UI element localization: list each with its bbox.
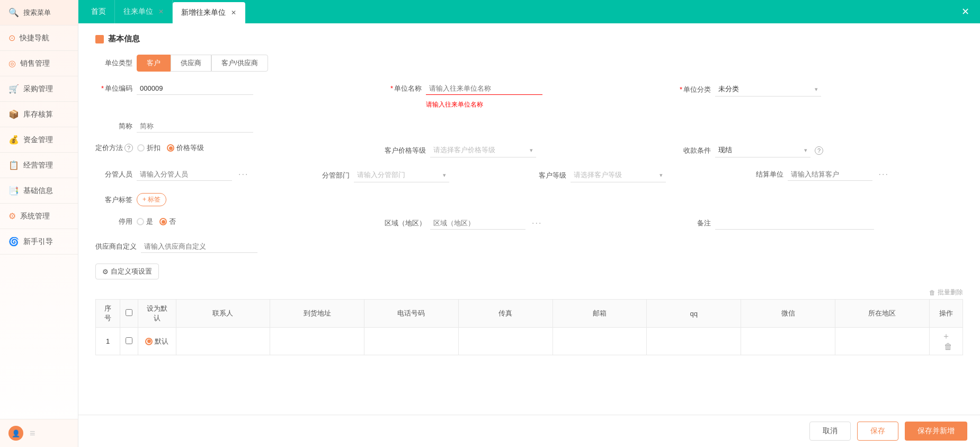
department-select[interactable]: 请输入分管部门 ▾ — [354, 168, 449, 182]
address-input[interactable] — [275, 337, 359, 345]
th-address: 到货地址 — [270, 300, 364, 328]
contact-input[interactable] — [182, 337, 265, 345]
settlement-more-icon[interactable]: ··· — [877, 170, 891, 179]
th-region: 所在地区 — [835, 300, 929, 328]
region-cell-input[interactable] — [841, 337, 924, 345]
row-checkbox[interactable] — [126, 337, 132, 344]
th-phone: 电话号码 — [364, 300, 459, 328]
supplier-custom-field: 供应商自定义 — [95, 240, 963, 253]
sidebar-item-search[interactable]: 🔍 搜索菜单 — [0, 0, 78, 25]
disabled-radio-no[interactable]: 否 — [159, 217, 176, 226]
table-row: 1 默认 — [96, 328, 963, 355]
gear-icon: ⚙ — [102, 268, 109, 276]
unit-category-field: *单位分类 未分类 ▾ — [674, 82, 963, 97]
manager-row: 分管人员 ··· 分管部门 请输入分管部门 ▾ 客户等级 请选择客户等级 ▾ 结… — [95, 168, 963, 182]
tab-new-unit[interactable]: 新增往来单位 ✕ — [173, 2, 245, 23]
custom-settings-button[interactable]: ⚙ 自定义项设置 — [95, 264, 159, 279]
department-placeholder: 请输入分管部门 — [357, 170, 441, 180]
customer-price-level-field: 客户价格等级 请选择客户价格等级 ▾ — [385, 143, 674, 157]
delete-row-button[interactable]: 🗑 — [944, 342, 952, 351]
payment-terms-select[interactable]: 现结 ▾ — [715, 143, 810, 157]
type-btn-both[interactable]: 客户/供应商 — [211, 55, 268, 72]
table-header-row: 序号 设为默认 联系人 到货地址 电话号码 传真 邮箱 qq 微信 所在地区 操… — [96, 300, 963, 328]
menu-expand-icon[interactable]: ≡ — [30, 428, 35, 439]
sidebar-item-purchase[interactable]: 🛒 采购管理 — [0, 76, 78, 102]
manager-more-icon[interactable]: ··· — [236, 170, 251, 179]
batch-delete-area[interactable]: 🗑 批量删除 — [95, 288, 963, 297]
phone-input[interactable] — [370, 337, 453, 345]
add-tag-button[interactable]: + 标签 — [137, 193, 166, 206]
sidebar-item-quick-nav[interactable]: ⊙ 快捷导航 — [0, 25, 78, 51]
supplier-custom-row: 供应商自定义 — [95, 240, 963, 253]
pricing-help-icon[interactable]: ? — [124, 144, 133, 152]
sidebar-item-basic-info[interactable]: 📑 基础信息 — [0, 178, 78, 204]
customer-level-select[interactable]: 请选择客户等级 ▾ — [571, 168, 666, 182]
disabled-radio-yes[interactable]: 是 — [137, 217, 153, 226]
unit-category-label: *单位分类 — [674, 85, 711, 94]
tab-bar-close[interactable]: ✕ — [955, 6, 976, 17]
payment-help-icon[interactable]: ? — [815, 146, 823, 155]
unit-code-label: *单位编码 — [95, 84, 132, 93]
cancel-button[interactable]: 取消 — [809, 422, 851, 441]
supplier-custom-input[interactable] — [141, 240, 257, 253]
unit-category-value: 未分类 — [718, 84, 813, 94]
sidebar-item-inventory[interactable]: 📦 库存核算 — [0, 102, 78, 127]
purchase-icon: 🛒 — [8, 84, 19, 94]
tab-new-unit-close[interactable]: ✕ — [231, 9, 236, 16]
section-title: 基本信息 — [108, 34, 140, 44]
radio-circle-discount — [137, 144, 145, 152]
chevron-down-icon-5: ▾ — [660, 172, 663, 179]
cell-actions: ＋ 🗑 — [929, 328, 963, 355]
fax-input[interactable] — [464, 337, 547, 345]
type-btn-customer[interactable]: 客户 — [137, 55, 171, 72]
region-input[interactable] — [430, 217, 525, 230]
unit-name-input[interactable] — [426, 82, 542, 95]
qq-input[interactable] — [652, 337, 735, 345]
cell-wechat — [741, 328, 835, 355]
pricing-radio-discount[interactable]: 折扣 — [137, 143, 161, 153]
short-name-label: 简称 — [95, 121, 132, 131]
chevron-down-icon-3: ▾ — [804, 147, 807, 154]
unit-type-field: 单位类型 客户 供应商 客户/供应商 — [95, 55, 963, 72]
guide-icon: 🌀 — [8, 236, 19, 247]
save-new-button[interactable]: 保存并新增 — [905, 422, 967, 441]
settlement-unit-input[interactable] — [788, 168, 872, 181]
cell-default: 默认 — [138, 328, 176, 355]
avatar: 👤 — [8, 426, 23, 441]
customer-level-label: 客户等级 — [529, 171, 566, 180]
type-btn-supplier[interactable]: 供应商 — [171, 55, 211, 72]
remark-input[interactable] — [715, 217, 874, 230]
sidebar-item-sales[interactable]: ◎ 销售管理 — [0, 51, 78, 76]
tag-label: 客户标签 — [95, 195, 132, 205]
main-content: 首页 往来单位 ✕ 新增往来单位 ✕ ✕ 基本信息 单位类型 客户 供应商 客户… — [78, 0, 980, 447]
wechat-input[interactable] — [746, 337, 830, 345]
th-seq: 序号 — [96, 300, 120, 328]
tab-units[interactable]: 往来单位 ✕ — [115, 0, 173, 23]
default-radio[interactable]: 默认 — [144, 337, 170, 346]
short-name-input[interactable] — [137, 120, 253, 133]
batch-delete-label: 批量删除 — [938, 288, 963, 297]
save-button[interactable]: 保存 — [857, 422, 898, 441]
radio-circle-level — [167, 144, 174, 152]
radio-circle-no — [159, 218, 167, 225]
manager-input[interactable] — [137, 168, 232, 181]
short-name-row: 简称 — [95, 120, 963, 133]
tab-home[interactable]: 首页 — [83, 0, 115, 23]
region-more-icon[interactable]: ··· — [530, 218, 544, 228]
add-row-button[interactable]: ＋ — [942, 331, 950, 340]
email-input[interactable] — [558, 337, 642, 345]
unit-category-select[interactable]: 未分类 ▾ — [715, 82, 821, 97]
customer-price-level-select[interactable]: 请选择客户价格等级 ▾ — [430, 143, 536, 157]
page-footer: 取消 保存 保存并新增 — [78, 415, 980, 447]
pricing-radio-level[interactable]: 价格等级 — [167, 143, 204, 153]
sidebar-item-finance[interactable]: 💰 资金管理 — [0, 127, 78, 153]
select-all-checkbox[interactable] — [126, 309, 132, 316]
sidebar-item-guide[interactable]: 🌀 新手引导 — [0, 229, 78, 255]
disabled-label: 停用 — [95, 217, 132, 226]
tab-bar: 首页 往来单位 ✕ 新增往来单位 ✕ ✕ — [78, 0, 980, 23]
unit-code-input[interactable] — [137, 82, 253, 95]
sidebar-item-operations[interactable]: 📋 经营管理 — [0, 153, 78, 178]
batch-delete-icon: 🗑 — [929, 289, 936, 296]
sidebar-item-system[interactable]: ⚙ 系统管理 — [0, 204, 78, 229]
tab-units-close[interactable]: ✕ — [158, 8, 164, 15]
